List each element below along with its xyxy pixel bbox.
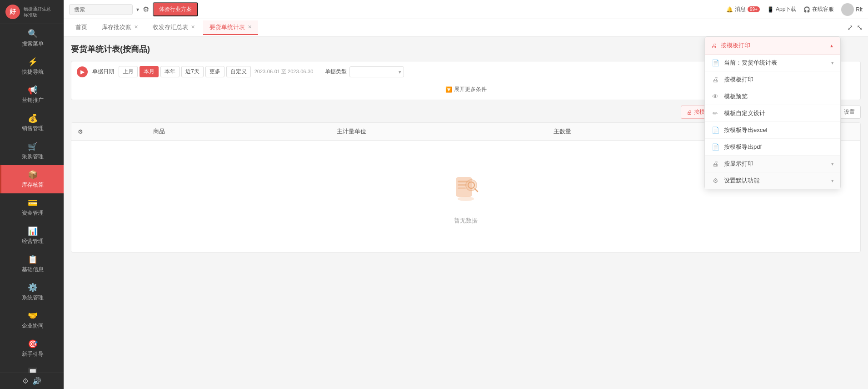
box-icon: 📦 <box>28 170 38 180</box>
doc-type-select[interactable] <box>349 66 404 77</box>
table-settings-icon[interactable]: ⚙ <box>78 128 83 135</box>
clipboard-icon: 📋 <box>28 254 38 264</box>
app-name: 畅捷通好生意 标准版 <box>24 6 51 18</box>
close-tab-order-stats[interactable]: ✕ <box>248 24 252 30</box>
sidebar-item-inventory[interactable]: 📦 库存核算 <box>0 165 64 193</box>
doc-type-select-wrapper <box>349 66 404 77</box>
messages-btn[interactable]: 🔔 消息 99+ <box>726 5 760 13</box>
online-service-btn[interactable]: 🎧 在线客服 <box>803 5 834 13</box>
dropdown-item-display-print[interactable]: 🖨 按显示打印 ▾ <box>705 156 840 172</box>
date-btn-last-7-days[interactable]: 近7天 <box>181 66 204 77</box>
content-area: 要货单统计表(按商品) ▶ 单据日期 上月 本月 本年 近7天 更多 自定义 2… <box>64 36 868 389</box>
card-icon: 💳 <box>28 198 38 208</box>
sidebar: 好 畅捷通好生意 标准版 🔍 搜索菜单 ⚡ 快捷导航 📢 营销推广 💰 销售管理… <box>0 0 64 389</box>
topbar-dropdown[interactable]: ▾ <box>136 6 139 13</box>
sidebar-item-enterprise[interactable]: 🤝 企业协同 <box>0 306 64 334</box>
date-btn-custom[interactable]: 自定义 <box>226 66 251 77</box>
settings-footer-icon[interactable]: ⚙ <box>22 377 29 385</box>
tab-home[interactable]: 首页 <box>69 20 94 35</box>
expand-more-btn[interactable]: 🔽 展开更多条件 <box>445 84 487 95</box>
cart-icon: 🛒 <box>28 141 38 152</box>
close-tab-inventory-batch[interactable]: ✕ <box>134 24 138 30</box>
sidebar-item-purchase[interactable]: 🛒 采购管理 <box>0 137 64 165</box>
sidebar-item-finance[interactable]: 💳 资金管理 <box>0 193 64 222</box>
empty-text: 暂无数据 <box>454 217 478 225</box>
logo-icon: 好 <box>5 5 20 19</box>
sidebar-item-basic[interactable]: 📋 基础信息 <box>0 250 64 278</box>
settings-btn[interactable]: 设置 <box>838 106 861 119</box>
dropdown-item-export-pdf[interactable]: 📄 按模板导出pdf <box>705 139 840 156</box>
target-icon: 🎯 <box>28 339 38 349</box>
date-btn-more[interactable]: 更多 <box>205 66 224 77</box>
sidebar-item-app-center[interactable]: 🔲 应用中心 <box>0 363 64 373</box>
dropdown-header-title: 🖨 按模板打印 <box>711 41 750 50</box>
topbar: ▾ ⚙ 体验行业方案 🔔 消息 99+ 📱 App下载 🎧 在线客服 Rit <box>64 0 868 19</box>
grid-icon: 🔲 <box>28 367 38 373</box>
template-preview-icon: 👁 <box>711 93 719 100</box>
avatar <box>841 3 854 16</box>
template-print-dropdown: 🖨 按模板打印 ▲ 📄 当前：要货单统计表 ▾ 🖨 按模板打印 <box>704 36 841 189</box>
tab-order-stats[interactable]: 要货单统计表 ✕ <box>203 20 258 35</box>
sidebar-item-search[interactable]: 🔍 搜索菜单 <box>0 24 64 52</box>
svg-line-7 <box>475 189 478 192</box>
dropdown-close-chevron[interactable]: ▲ <box>829 43 834 48</box>
dropdown-item-default-settings[interactable]: ⚙ 设置默认功能 ▾ <box>705 172 840 189</box>
template-print-icon: 🖨 <box>711 76 719 83</box>
phone-icon: 📱 <box>767 6 774 13</box>
close-tab-receipt-summary[interactable]: ✕ <box>191 24 195 30</box>
tab-contract-icon[interactable]: ⤡ <box>857 23 863 32</box>
tab-inventory-batch[interactable]: 库存批次账 ✕ <box>95 20 145 35</box>
date-btn-current-month[interactable]: 本月 <box>140 66 159 77</box>
industry-btn[interactable]: 体验行业方案 <box>153 2 198 16</box>
sidebar-item-quick-nav[interactable]: ⚡ 快捷导航 <box>0 52 64 81</box>
audio-footer-icon[interactable]: 🔊 <box>32 377 41 385</box>
default-settings-arrow-icon: ▾ <box>831 178 834 184</box>
doc-type-label: 单据类型 <box>325 68 347 76</box>
date-btn-prev-month[interactable]: 上月 <box>119 66 138 77</box>
messages-badge: 99+ <box>748 6 760 12</box>
megaphone-icon: 📢 <box>28 85 38 95</box>
user-avatar-area[interactable]: Rit <box>841 3 863 16</box>
empty-icon <box>448 168 484 211</box>
default-settings-icon: ⚙ <box>711 177 719 184</box>
app-download-btn[interactable]: 📱 App下载 <box>767 5 796 13</box>
search-input[interactable] <box>69 4 133 15</box>
sidebar-item-operation[interactable]: 📊 经营管理 <box>0 222 64 250</box>
template-custom-icon: ✏ <box>711 110 719 117</box>
col-unit: 主计量单位 <box>228 123 475 141</box>
tab-receipt-summary[interactable]: 收发存汇总表 ✕ <box>146 20 201 35</box>
tab-expand-icon[interactable]: ⤢ <box>847 23 853 32</box>
tab-bar: 首页 库存批次账 ✕ 收发存汇总表 ✕ 要货单统计表 ✕ ⤢ ⤡ <box>64 19 868 36</box>
filter-expand-btn[interactable]: ▶ <box>77 66 88 77</box>
sidebar-item-guide[interactable]: 🎯 新手引导 <box>0 334 64 363</box>
chart-icon: 📊 <box>28 226 38 236</box>
sidebar-item-marketing[interactable]: 📢 营销推广 <box>0 81 64 109</box>
topbar-settings-icon[interactable]: ⚙ <box>143 5 149 14</box>
display-print-icon: 🖨 <box>711 160 719 167</box>
sidebar-item-system[interactable]: ⚙️ 系统管理 <box>0 278 64 306</box>
handshake-icon: 🤝 <box>28 311 38 321</box>
headset-icon: 🎧 <box>803 6 810 13</box>
svg-point-0 <box>458 197 474 201</box>
sidebar-nav: 🔍 搜索菜单 ⚡ 快捷导航 📢 营销推广 💰 销售管理 🛒 采购管理 📦 库存核… <box>0 24 64 373</box>
display-print-arrow-icon: ▾ <box>831 161 834 167</box>
main-area: ▾ ⚙ 体验行业方案 🔔 消息 99+ 📱 App下载 🎧 在线客服 Rit <box>64 0 868 389</box>
current-arrow-icon: ▾ <box>831 60 834 66</box>
dropdown-chevron-icon: ▾ <box>136 6 139 13</box>
dropdown-header: 🖨 按模板打印 ▲ <box>705 37 840 55</box>
dropdown-header-right: ▲ <box>829 43 834 48</box>
sidebar-item-sales[interactable]: 💰 销售管理 <box>0 109 64 137</box>
dropdown-item-export-excel[interactable]: 📄 按模板导出excel <box>705 122 840 139</box>
date-btn-current-year[interactable]: 本年 <box>160 66 180 77</box>
gear-icon: ⚙️ <box>28 283 38 293</box>
date-range-display: 2023-06-01 至 2023-06-30 <box>254 68 314 75</box>
dropdown-current-item[interactable]: 📄 当前：要货单统计表 ▾ <box>705 55 840 71</box>
app-logo: 好 畅捷通好生意 标准版 <box>0 0 64 24</box>
printer-header-icon: 🖨 <box>711 42 717 49</box>
current-icon: 📄 <box>711 59 719 66</box>
dropdown-item-template-custom[interactable]: ✏ 模板自定义设计 <box>705 105 840 122</box>
col-settings[interactable]: ⚙ <box>71 123 90 141</box>
dropdown-item-template-print[interactable]: 🖨 按模板打印 <box>705 71 840 88</box>
bell-icon: 🔔 <box>726 6 733 13</box>
dropdown-item-template-preview[interactable]: 👁 模板预览 <box>705 88 840 105</box>
